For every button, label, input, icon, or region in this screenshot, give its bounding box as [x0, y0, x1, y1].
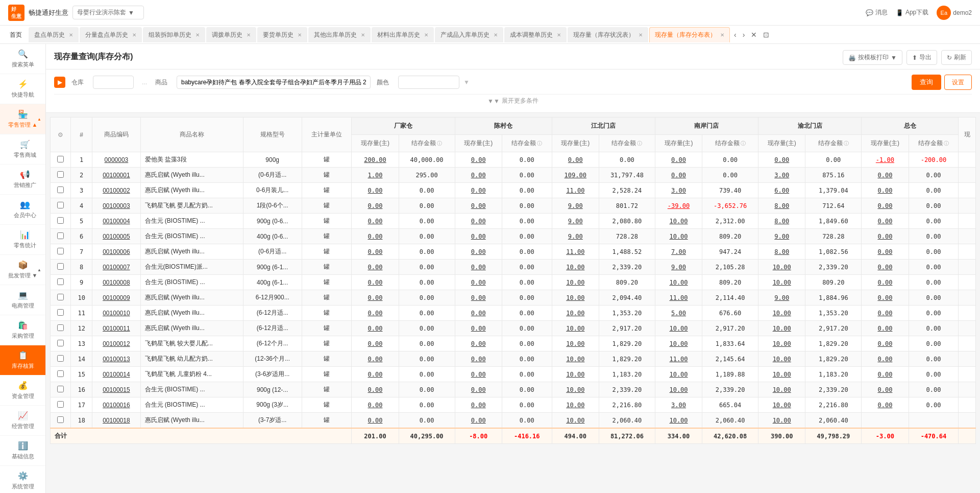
row-wt-qty[interactable]: 0.00 [862, 397, 909, 413]
row-code[interactable]: 0000003 [92, 152, 140, 168]
row-wt-qty[interactable]: -1.00 [862, 152, 909, 168]
close-icon[interactable]: ✕ [69, 32, 73, 38]
warehouse-input[interactable] [93, 76, 134, 89]
row-w4-qty[interactable]: 11.00 [655, 290, 702, 306]
row-w1-qty[interactable]: 0.00 [352, 244, 399, 260]
row-w4-qty[interactable]: 10.00 [655, 382, 702, 397]
row-w3-qty[interactable]: 10.00 [552, 275, 599, 290]
row-w2-qty[interactable]: 0.00 [455, 198, 502, 214]
expand-conditions-button[interactable]: ▼▼ 展开更多条件 [487, 97, 538, 105]
row-w2-qty[interactable]: 0.00 [455, 351, 502, 367]
row-w4-qty[interactable]: 0.00 [655, 152, 702, 168]
row-w1-qty[interactable]: 0.00 [352, 321, 399, 336]
sidebar-item-search[interactable]: 🔍 搜索英单 [0, 44, 45, 74]
sidebar-item-retail-stats[interactable]: 📊 零售统计 [0, 225, 45, 255]
row-code[interactable]: 00100003 [92, 198, 140, 214]
close-icon[interactable]: ✕ [361, 32, 365, 38]
color-input[interactable] [398, 76, 459, 89]
close-icon[interactable]: ✕ [639, 32, 643, 38]
row-w2-qty[interactable]: 0.00 [455, 275, 502, 290]
settings-button[interactable]: 设置 [944, 75, 972, 90]
sidebar-item-operations[interactable]: 📈 经营管理 [0, 406, 45, 436]
row-w1-qty[interactable]: 0.00 [352, 260, 399, 275]
tab-assembly[interactable]: 组装拆卸单历史 ✕ [143, 27, 205, 42]
row-wt-qty[interactable]: 0.00 [862, 214, 909, 229]
row-w3-qty[interactable]: 10.00 [552, 321, 599, 336]
goods-input[interactable] [177, 76, 371, 89]
row-code[interactable]: 00100012 [92, 336, 140, 351]
row-w5-qty[interactable]: 8.00 [758, 214, 805, 229]
row-checkbox[interactable] [51, 244, 71, 260]
row-w1-qty[interactable]: 0.00 [352, 214, 399, 229]
row-wt-qty[interactable]: 0.00 [862, 321, 909, 336]
tab-menu-button[interactable]: ⊡ [760, 31, 772, 39]
export-button[interactable]: ⬆ 导出 [906, 50, 937, 65]
user-area[interactable]: Ea demo2 [937, 6, 972, 20]
row-checkbox[interactable] [51, 168, 71, 183]
tab-inventory-count[interactable]: 盘点单历史 ✕ [29, 27, 79, 42]
sidebar-item-purchase[interactable]: 🛍️ 采购管理 [0, 315, 45, 345]
row-w4-qty[interactable]: 9.00 [655, 260, 702, 275]
refresh-button[interactable]: ↻ 刷新 [941, 50, 972, 65]
row-checkbox[interactable] [51, 306, 71, 321]
sidebar-item-shortcuts[interactable]: ⚡ 快捷导航 [0, 74, 45, 104]
tab-material-outbound[interactable]: 材料出库单历史 ✕ [372, 27, 434, 42]
row-code[interactable]: 00100009 [92, 290, 140, 306]
row-code[interactable]: 00100006 [92, 244, 140, 260]
row-w1-qty[interactable]: 0.00 [352, 413, 399, 429]
row-w3-qty[interactable]: 10.00 [552, 367, 599, 382]
row-w2-qty[interactable]: 0.00 [455, 321, 502, 336]
row-w4-qty[interactable]: 10.00 [655, 214, 702, 229]
row-w2-qty[interactable]: 0.00 [455, 397, 502, 413]
row-code[interactable]: 00100018 [92, 413, 140, 429]
row-w1-qty[interactable]: 0.00 [352, 306, 399, 321]
row-w3-qty[interactable]: 10.00 [552, 306, 599, 321]
tab-next-button[interactable]: › [740, 31, 748, 39]
row-w5-qty[interactable]: 10.00 [758, 382, 805, 397]
row-checkbox[interactable] [51, 183, 71, 198]
row-w5-qty[interactable]: 10.00 [758, 351, 805, 367]
row-w1-qty[interactable]: 200.00 [352, 152, 399, 168]
close-icon[interactable]: ✕ [247, 32, 251, 38]
row-code[interactable]: 00100015 [92, 382, 140, 397]
message-button[interactable]: 💬 消息 [866, 8, 888, 17]
sidebar-item-wholesale[interactable]: 📦 批发管理 ▼ [0, 255, 45, 285]
row-checkbox[interactable] [51, 214, 71, 229]
tab-prev-button[interactable]: ‹ [731, 31, 740, 39]
row-w5-qty[interactable]: 9.00 [758, 290, 805, 306]
row-checkbox[interactable] [51, 260, 71, 275]
row-checkbox[interactable] [51, 367, 71, 382]
row-code[interactable]: 00100005 [92, 229, 140, 244]
sidebar-item-retail-mall[interactable]: 🛒 零售商城 [0, 134, 45, 165]
row-w5-qty[interactable]: 10.00 [758, 397, 805, 413]
row-w2-qty[interactable]: 0.00 [455, 336, 502, 351]
row-w3-qty[interactable]: 10.00 [552, 397, 599, 413]
row-w4-qty[interactable]: 10.00 [655, 336, 702, 351]
row-w2-qty[interactable]: 0.00 [455, 306, 502, 321]
tab-requisition[interactable]: 要货单历史 ✕ [257, 27, 307, 42]
row-checkbox[interactable] [51, 382, 71, 397]
row-w3-qty[interactable]: 109.00 [552, 168, 599, 183]
tab-stock-distribution[interactable]: 现存量（库存分布表） ✕ [649, 27, 730, 42]
gear-settings-icon[interactable]: ⚙ [58, 131, 63, 138]
row-w5-qty[interactable]: 10.00 [758, 275, 805, 290]
row-w2-qty[interactable]: 0.00 [455, 413, 502, 429]
th-gear[interactable]: ⚙ [51, 118, 71, 152]
row-w4-qty[interactable]: 10.00 [655, 275, 702, 290]
row-code[interactable]: 00100004 [92, 214, 140, 229]
row-w2-qty[interactable]: 0.00 [455, 229, 502, 244]
row-w2-qty[interactable]: 0.00 [455, 260, 502, 275]
row-w1-qty[interactable]: 0.00 [352, 275, 399, 290]
row-checkbox[interactable] [51, 397, 71, 413]
row-w1-qty[interactable]: 0.00 [352, 198, 399, 214]
row-w4-qty[interactable]: 5.00 [655, 306, 702, 321]
tab-cost-adjustment[interactable]: 成本调整单历史 ✕ [504, 27, 567, 42]
row-w3-qty[interactable]: 10.00 [552, 260, 599, 275]
row-w4-qty[interactable]: 10.00 [655, 413, 702, 429]
row-w1-qty[interactable]: 0.00 [352, 397, 399, 413]
row-w1-qty[interactable]: 0.00 [352, 290, 399, 306]
row-w5-qty[interactable]: 10.00 [758, 321, 805, 336]
row-wt-qty[interactable]: 0.00 [862, 367, 909, 382]
row-w4-qty[interactable]: 11.00 [655, 351, 702, 367]
row-w1-qty[interactable]: 0.00 [352, 367, 399, 382]
